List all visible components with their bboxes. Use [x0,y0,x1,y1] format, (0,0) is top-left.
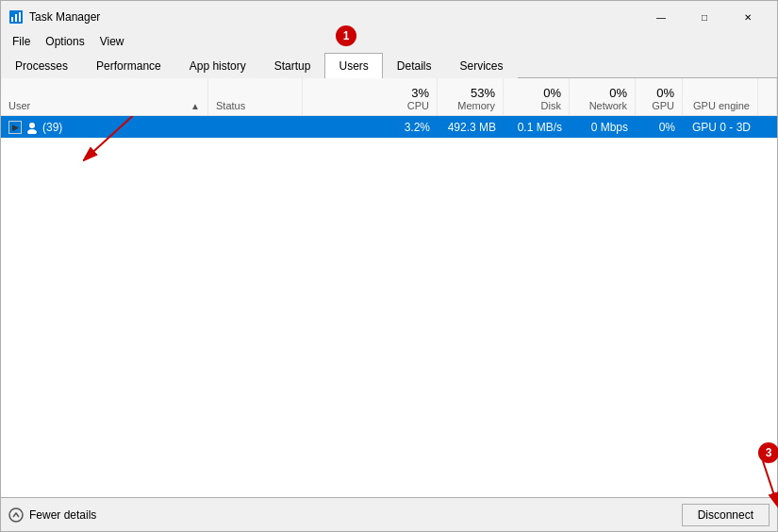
disk-label: Disk [541,100,561,111]
row-gpu-engine: GPU 0 - 3D [683,118,758,137]
row-network: 0 Mbps [570,118,636,137]
menu-view[interactable]: View [92,33,132,50]
tab-app-history[interactable]: App history [175,53,260,78]
col-gpu[interactable]: 0% GPU [636,78,683,115]
maximize-button[interactable]: □ [683,5,726,29]
tab-processes[interactable]: Processes [1,53,82,78]
status-col-label: Status [216,100,245,111]
task-manager-window: Task Manager — □ ✕ File Options View Pro… [0,0,778,532]
col-network[interactable]: 0% Network [570,78,636,115]
col-disk[interactable]: 0% Disk [504,78,570,115]
title-bar: Task Manager — □ ✕ [1,1,777,31]
gpu-percent: 0% [656,86,674,100]
menu-bar: File Options View [1,31,777,52]
fewer-details-label: Fewer details [29,508,96,522]
user-col-label: User [8,100,30,111]
row-gpu: 0% [636,118,683,137]
title-bar-controls: — □ ✕ [639,5,770,29]
network-percent: 0% [609,86,627,100]
gpu-engine-label: GPU engine [693,100,750,111]
user-icon [25,121,39,134]
fewer-details-btn[interactable]: Fewer details [8,507,96,523]
title-bar-left: Task Manager [8,9,100,25]
tab-startup[interactable]: Startup [260,53,325,78]
row-end [758,125,777,130]
disconnect-button[interactable]: Disconnect [682,504,770,526]
bottom-bar: Fewer details 3 Disconnect [1,497,777,531]
svg-rect-2 [15,14,17,22]
cpu-percent: 3% [411,86,429,100]
col-gpu-engine[interactable]: GPU engine [683,78,758,115]
close-button[interactable]: ✕ [726,5,770,29]
table-body: ▶ (39) 3.2% 492.3 MB 0.1 MB/s 0 Mbps 0% … [1,116,777,497]
network-label: Network [589,100,627,111]
svg-rect-1 [11,17,13,22]
disk-percent: 0% [543,86,561,100]
row-user-cell: ▶ (39) [1,118,208,137]
col-status[interactable]: Status [208,78,303,115]
expand-button[interactable]: ▶ [8,121,22,134]
memory-percent: 53% [471,86,495,100]
tab-performance[interactable]: Performance [82,53,175,78]
row-disk: 0.1 MB/s [504,118,570,137]
menu-options[interactable]: Options [38,33,91,50]
tab-services[interactable]: Services [446,53,518,78]
svg-point-5 [27,129,37,134]
col-memory[interactable]: 53% Memory [438,78,504,115]
row-status [208,125,303,130]
col-spacer [758,78,777,115]
memory-label: Memory [457,100,495,111]
window-title: Task Manager [29,10,100,24]
chevron-up-icon [8,507,24,523]
svg-point-4 [29,123,35,128]
tab-users[interactable]: Users [324,53,382,78]
tab-details[interactable]: Details [383,53,446,78]
sort-arrow: ▲ [190,101,200,111]
tabs-bar: Processes Performance App history Startu… [1,52,777,78]
row-memory: 492.3 MB [438,118,504,137]
col-user[interactable]: User ▲ [1,78,208,115]
gpu-label: GPU [652,100,674,111]
minimize-button[interactable]: — [639,5,683,29]
table-row[interactable]: ▶ (39) 3.2% 492.3 MB 0.1 MB/s 0 Mbps 0% … [1,116,777,139]
task-manager-icon [8,9,24,25]
menu-file[interactable]: File [5,33,38,50]
cpu-label: CPU [407,100,429,111]
main-content: User ▲ Status 3% CPU 53% Memory 0% Disk … [1,78,777,497]
svg-rect-3 [19,12,21,22]
table-header: User ▲ Status 3% CPU 53% Memory 0% Disk … [1,78,777,116]
row-cpu: 3.2% [303,118,438,137]
svg-point-7 [9,508,23,522]
col-cpu[interactable]: 3% CPU [303,78,438,115]
disconnect-area: 3 Disconnect [682,504,770,526]
row-count: (39) [42,121,62,134]
